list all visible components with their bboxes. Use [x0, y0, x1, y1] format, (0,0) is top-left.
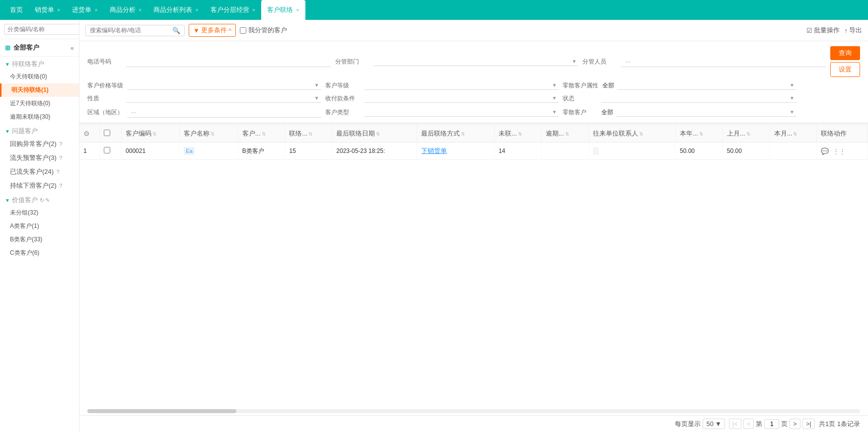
sort-icon-contacts[interactable]: ⇅: [639, 131, 643, 137]
select-all-checkbox[interactable]: [104, 130, 110, 136]
sidebar-item-ungrouped[interactable]: 未分组(32): [0, 206, 79, 219]
cell-this-month: [770, 143, 817, 160]
sidebar-item-continuous-decline[interactable]: 持续下滑客户(2) ?: [0, 179, 79, 193]
edit-icon[interactable]: ✎: [45, 197, 50, 204]
sort-icon-lastway[interactable]: ⇅: [461, 131, 465, 137]
row-checkbox[interactable]: [104, 147, 110, 153]
cell-last-month: 50.00: [723, 143, 770, 160]
filter-phone-input[interactable]: [126, 57, 331, 67]
refresh-icon[interactable]: ↻: [40, 197, 44, 204]
filter-retail-attr-select[interactable]: ▼: [617, 81, 796, 90]
nav-goods-analysis[interactable]: 商品分析 ×: [104, 0, 147, 20]
scroll-thumb[interactable]: [87, 409, 236, 413]
filter-customer-type-select[interactable]: ▼: [364, 108, 559, 117]
sidebar-item-tomorrow[interactable]: 明天待联络(1): [0, 83, 79, 97]
cell-last-way[interactable]: 下销货单: [417, 143, 495, 160]
comment-icon[interactable]: 💬: [821, 147, 829, 155]
close-customer-segment-icon[interactable]: ×: [252, 7, 255, 13]
sort-icon-lastdate[interactable]: ⇅: [376, 131, 380, 137]
filter-person-select[interactable]: ···: [621, 56, 826, 67]
chevron-down-icon-payment: ▼: [552, 95, 557, 101]
sidebar-item-overdue[interactable]: 逾期未联络(30): [0, 110, 79, 124]
cell-overdue: [541, 143, 588, 160]
sidebar-item-class-c[interactable]: C类客户(6): [0, 246, 79, 260]
my-customers-check[interactable]: [240, 27, 246, 34]
filter-payment-select[interactable]: ▼: [364, 94, 559, 103]
col-checkbox[interactable]: [99, 125, 122, 143]
next-page-btn[interactable]: >: [790, 419, 800, 429]
sidebar-item-class-b[interactable]: B类客户(33): [0, 233, 79, 246]
filter-more-btn[interactable]: ▼ 更多条件 ^: [189, 24, 236, 37]
last-page-btn[interactable]: >|: [802, 419, 815, 429]
collapse-sidebar-icon[interactable]: «: [71, 44, 74, 52]
sidebar-item-today[interactable]: 今天待联络(0): [0, 70, 79, 83]
sort-icon-lastmonth[interactable]: ⇅: [746, 131, 750, 137]
col-gear[interactable]: ⚙: [79, 125, 99, 143]
nav-customer-segment[interactable]: 客户分层经营 ×: [205, 0, 261, 20]
nav-customer-contact[interactable]: 客户联络 ×: [261, 0, 305, 20]
sort-icon-nocontact[interactable]: ⇅: [518, 131, 522, 137]
close-sales-icon[interactable]: ×: [57, 7, 60, 13]
col-action: 联络动作: [817, 125, 868, 143]
sort-icon-code[interactable]: ⇅: [152, 131, 156, 137]
sidebar-item-week[interactable]: 近7天待联络(0): [0, 97, 79, 110]
sidebar-item-churn-risk[interactable]: 流失预警客户(3) ?: [0, 151, 79, 165]
filter-retail-customer-select[interactable]: ▼: [616, 108, 796, 117]
cell-customer-type: B类客户: [238, 143, 285, 160]
sidebar-item-churned[interactable]: 已流失客户(24) ?: [0, 165, 79, 179]
dots-icon-region[interactable]: ···: [131, 108, 137, 116]
filter-region-select[interactable]: ···: [127, 107, 321, 118]
dots-icon-person[interactable]: ···: [625, 58, 631, 65]
close-customer-contact-icon[interactable]: ×: [296, 7, 299, 13]
sidebar-group-problem[interactable]: ▼ 问题客户: [0, 124, 79, 137]
sidebar-group-value[interactable]: ▼ 价值客户 ↻ ✎: [0, 193, 79, 206]
nav-goods-analysis-list[interactable]: 商品分析列表 ×: [147, 0, 204, 20]
col-contacts: 往来单位联系人 ⇅: [588, 125, 675, 143]
sort-icon-thismonth[interactable]: ⇅: [793, 131, 797, 137]
close-goods-analysis-icon[interactable]: ×: [139, 7, 142, 13]
nav-purchase[interactable]: 进货单 ×: [66, 0, 103, 20]
query-button[interactable]: 查询: [830, 46, 860, 60]
col-last-way: 最后联络方式 ⇅: [417, 125, 495, 143]
prev-page-btn[interactable]: <: [743, 419, 754, 429]
customer-name-badge: Ea: [184, 147, 194, 155]
cell-checkbox[interactable]: [99, 143, 122, 160]
sidebar-item-class-a[interactable]: A类客户(1): [0, 219, 79, 233]
close-goods-analysis-list-icon[interactable]: ×: [195, 7, 198, 13]
filter-icon: ▼: [193, 27, 200, 34]
filter-price-grade-select[interactable]: ▼: [127, 81, 321, 90]
sort-icon-overdue[interactable]: ⇅: [565, 131, 569, 137]
nav-home[interactable]: 首页: [4, 0, 29, 20]
sidebar-search-input[interactable]: [4, 24, 79, 35]
my-customers-checkbox[interactable]: 我分管的客户: [240, 26, 287, 35]
batch-op-btn[interactable]: ☑ 批量操作: [806, 26, 840, 35]
nav-sales[interactable]: 销货单 ×: [29, 0, 66, 20]
sort-icon-name[interactable]: ⇅: [211, 131, 215, 137]
sidebar-item-repurchase-abnormal[interactable]: 回购异常客户(2) ?: [0, 137, 79, 151]
filter-retail-customer: 零散客户 全部 ▼: [563, 108, 796, 117]
chevron-down-icon-retail: ▼: [790, 82, 795, 88]
sort-icon-contact[interactable]: ⇅: [308, 131, 312, 137]
sort-icon-thisyear[interactable]: ⇅: [699, 131, 703, 137]
per-page-select[interactable]: 50 ▼: [703, 419, 724, 429]
filter-grade-select[interactable]: ▼: [364, 81, 559, 90]
search-icon[interactable]: 🔍: [172, 27, 180, 34]
export-btn[interactable]: ↑ 导出: [845, 26, 863, 35]
search-input[interactable]: [90, 27, 172, 34]
arrow-down-icon-3: ▼: [5, 198, 10, 203]
last-way-link[interactable]: 下销货单: [421, 147, 447, 154]
first-page-btn[interactable]: |<: [729, 419, 741, 429]
close-purchase-icon[interactable]: ×: [94, 7, 97, 13]
filter-nature-label: 性质: [87, 94, 122, 103]
sidebar-all-customers[interactable]: ⊞ 全部客户 «: [0, 39, 79, 57]
filter-nature-select[interactable]: ▼: [126, 94, 321, 103]
col-last-date: 最后联络日期 ⇅: [332, 125, 417, 143]
set-button[interactable]: 设置: [830, 62, 860, 77]
menu-icon[interactable]: ⋮⋮: [833, 147, 846, 155]
gear-icon[interactable]: ⚙: [83, 130, 90, 138]
page-number-input[interactable]: [764, 419, 779, 429]
filter-status-select[interactable]: ▼: [601, 94, 796, 103]
sort-icon-ctype[interactable]: ⇅: [262, 131, 266, 137]
sidebar-group-pending[interactable]: ▼ 待联络客户: [0, 57, 79, 70]
filter-dept-select[interactable]: ▼: [374, 57, 579, 66]
